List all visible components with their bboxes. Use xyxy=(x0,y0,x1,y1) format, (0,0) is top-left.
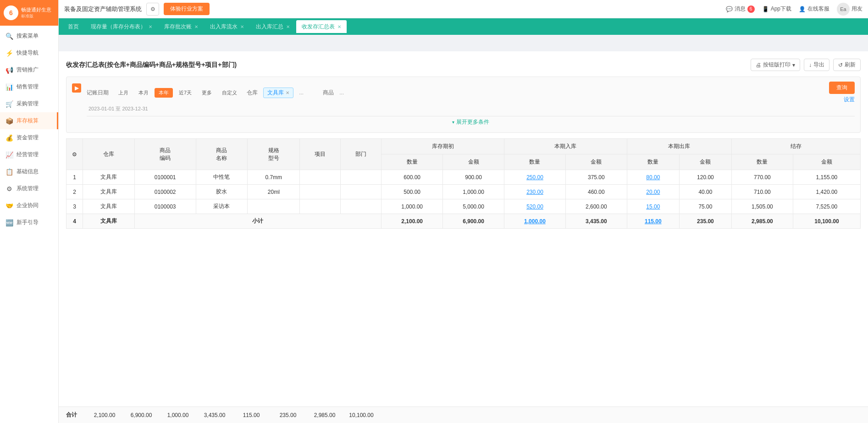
sidebar-item-marketing[interactable]: 📢营销推广 xyxy=(0,61,58,78)
sidebar-label-base: 基础信息 xyxy=(17,168,39,176)
tab-inout-summary[interactable]: 出入库汇总 ✕ xyxy=(250,20,295,33)
warehouse-more[interactable]: ... xyxy=(299,89,304,96)
date-btn-more[interactable]: 更多 xyxy=(198,88,216,98)
tab-close-stock-summary[interactable]: ✕ xyxy=(337,24,341,29)
query-button[interactable]: 查询 xyxy=(829,82,855,94)
tab-close-inout-summary[interactable]: ✕ xyxy=(286,24,290,29)
subtotal-open-qty: 2,100.00 xyxy=(381,214,443,229)
expand-arrow-icon: ▾ xyxy=(452,120,454,125)
cell-project xyxy=(300,185,341,199)
user-menu[interactable]: Ea 用友 xyxy=(837,3,862,16)
cell-out-qty[interactable]: 20.00 xyxy=(627,185,679,199)
cell-open-amt: 900.00 xyxy=(443,170,504,185)
sidebar-item-purchase[interactable]: 🛒采购管理 xyxy=(0,95,58,112)
goods-more[interactable]: ... xyxy=(339,89,344,96)
sidebar-item-corp[interactable]: 🤝企业协同 xyxy=(0,197,58,214)
date-range-display: 2023-01-01 至 2023-12-31 xyxy=(87,105,855,112)
operation-icon: 📈 xyxy=(6,151,13,159)
table-row: 1 文具库 0100001 中性笔 0.7mm 600.00 900.00 25… xyxy=(66,170,861,185)
cell-open-amt: 1,000.00 xyxy=(443,185,504,199)
sidebar-item-finance[interactable]: 💰资金管理 xyxy=(0,129,58,146)
print-button[interactable]: 🖨 按钮版打印 ▾ xyxy=(751,59,800,71)
sidebar-item-operation[interactable]: 📈经营管理 xyxy=(0,146,58,163)
cell-code: 0100001 xyxy=(134,170,196,185)
tab-inout-flow[interactable]: 出入库流水 ✕ xyxy=(205,20,249,33)
tab-inventory-distribution[interactable]: 现存量（库存分布表） ✕ xyxy=(85,20,158,33)
system-icon: ⚙ xyxy=(6,185,13,192)
subtotal-out-qty[interactable]: 115.00 xyxy=(627,214,679,229)
inventory-icon: 📦 xyxy=(6,117,13,125)
footer-in-amt: 3,435.00 xyxy=(196,412,233,418)
cell-out-qty[interactable]: 15.00 xyxy=(627,199,679,214)
th-in-amt: 金额 xyxy=(565,154,627,170)
subtotal-bal-qty: 2,985.00 xyxy=(731,214,793,229)
cell-in-qty[interactable]: 520.00 xyxy=(504,199,566,214)
footer-open-qty: 2,100.00 xyxy=(86,412,123,418)
header-settings-button[interactable]: ⚙ xyxy=(146,3,159,16)
footer-bal-amt: 10,100.00 xyxy=(343,412,380,418)
warehouse-tag-remove[interactable]: ✕ xyxy=(286,90,289,95)
cell-in-qty[interactable]: 250.00 xyxy=(504,170,566,185)
cell-warehouse: 文具库 xyxy=(83,199,135,214)
message-button[interactable]: 💬 消息 6 xyxy=(726,5,755,13)
table-container: ⚙ 仓库 商品编码 商品名称 规格型号 项目 部门 库存期初 本期入库 本期出库… xyxy=(66,138,861,229)
logo-text: 畅捷通好生意 标准版 xyxy=(21,6,51,19)
cell-out-amt: 75.00 xyxy=(679,199,731,214)
th-settings[interactable]: ⚙ xyxy=(66,139,83,170)
footer-label: 合计 xyxy=(66,411,77,419)
cell-in-qty[interactable]: 230.00 xyxy=(504,185,566,199)
sidebar-menu: 🔍搜索菜单⚡快捷导航📢营销推广📊销售管理🛒采购管理📦库存核算💰资金管理📈经营管理… xyxy=(0,26,58,423)
sidebar-item-guide[interactable]: 🆕新手引导 xyxy=(0,214,58,231)
download-icon: 📱 xyxy=(762,6,769,12)
guide-icon: 🆕 xyxy=(6,219,13,226)
export-button[interactable]: ↓ 导出 xyxy=(804,59,829,71)
sidebar-item-sales[interactable]: 📊销售管理 xyxy=(0,78,58,95)
quicknav-icon: ⚡ xyxy=(6,49,13,57)
tab-close-inout-flow[interactable]: ✕ xyxy=(240,24,244,29)
export-icon: ↓ xyxy=(809,62,812,68)
date-btn-last-month[interactable]: 上月 xyxy=(114,88,133,98)
sidebar-item-quicknav[interactable]: ⚡快捷导航 xyxy=(0,44,58,61)
table-subtotal-row: 4 文具库 小计 2,100.00 6,900.00 1,000.00 3,43… xyxy=(66,214,861,229)
tab-stock-summary[interactable]: 收发存汇总表 ✕ xyxy=(296,20,347,33)
date-btn-this-month[interactable]: 本月 xyxy=(134,88,153,98)
filter-expand-arrow[interactable]: ▶ xyxy=(72,83,81,93)
footer-in-qty: 1,000.00 xyxy=(160,412,196,418)
cell-warehouse: 文具库 xyxy=(83,185,135,199)
sidebar-item-system[interactable]: ⚙系统管理 xyxy=(0,180,58,197)
footer-open-amt: 6,900.00 xyxy=(123,412,160,418)
date-btn-custom[interactable]: 自定义 xyxy=(218,88,241,98)
subtotal-in-qty[interactable]: 1,000.00 xyxy=(504,214,566,229)
tab-home[interactable]: 首页 xyxy=(62,20,84,33)
header: 装备及固定资产辅助管理系统 ⚙ 体验行业方案 💬 消息 6 📱 App下载 👤 … xyxy=(59,0,868,18)
cell-open-qty: 1,000.00 xyxy=(381,199,443,214)
date-btn-7days[interactable]: 近7天 xyxy=(175,88,196,98)
cell-out-qty[interactable]: 80.00 xyxy=(627,170,679,185)
footer-data: 2,100.00 6,900.00 1,000.00 3,435.00 115.… xyxy=(86,412,380,418)
tab-close-batch[interactable]: ✕ xyxy=(194,24,198,29)
expand-more-button[interactable]: ▾ 展开更多条件 xyxy=(87,116,855,128)
page-content: 收发存汇总表(按仓库+商品编码+商品+规格型号+项目+部门) 🖨 按钮版打印 ▾… xyxy=(59,51,868,423)
cell-dept xyxy=(341,199,381,214)
th-opening-group: 库存期初 xyxy=(381,139,504,154)
trial-button[interactable]: 体验行业方案 xyxy=(164,3,210,15)
tab-batch[interactable]: 库存批次账 ✕ xyxy=(159,20,204,33)
th-outbound-group: 本期出库 xyxy=(627,139,731,154)
sidebar-item-search[interactable]: 🔍搜索菜单 xyxy=(0,27,58,44)
page-title: 收发存汇总表(按仓库+商品编码+商品+规格型号+项目+部门) xyxy=(66,61,237,69)
refresh-button[interactable]: ↺ 刷新 xyxy=(833,59,861,71)
date-btn-this-year[interactable]: 本年 xyxy=(155,88,173,98)
tab-close-inventory-distribution[interactable]: ✕ xyxy=(149,24,152,29)
sidebar: 6 畅捷通好生意 标准版 🔍搜索菜单⚡快捷导航📢营销推广📊销售管理🛒采购管理📦库… xyxy=(0,0,59,423)
cell-bal-amt: 1,155.00 xyxy=(793,170,860,185)
sidebar-label-guide: 新手引导 xyxy=(17,219,39,226)
cell-in-amt: 375.00 xyxy=(565,170,627,185)
sidebar-item-base[interactable]: 📋基础信息 xyxy=(0,163,58,180)
data-table: ⚙ 仓库 商品编码 商品名称 规格型号 项目 部门 库存期初 本期入库 本期出库… xyxy=(66,138,861,229)
app-download-button[interactable]: 📱 App下载 xyxy=(762,5,791,13)
sidebar-label-marketing: 营销推广 xyxy=(17,66,39,74)
sidebar-item-inventory[interactable]: 📦库存核算 xyxy=(0,112,58,129)
online-service-button[interactable]: 👤 在线客服 xyxy=(799,5,829,13)
settings-link[interactable]: 设置 xyxy=(844,96,855,104)
cell-project xyxy=(300,199,341,214)
